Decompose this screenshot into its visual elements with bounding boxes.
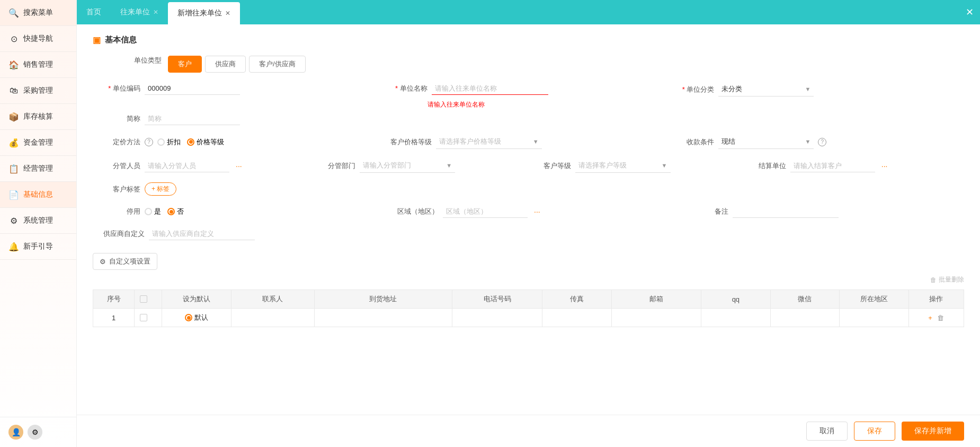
payment-terms-select[interactable]: 现结 ▼ bbox=[718, 135, 814, 149]
sidebar-item-purchase[interactable]: 🛍 采购管理 bbox=[0, 78, 76, 104]
basic-icon: 📄 bbox=[8, 189, 19, 200]
sidebar-label-guide: 新手引导 bbox=[23, 242, 53, 251]
customer-price-level-placeholder: 请选择客户价格等级 bbox=[439, 137, 501, 146]
email-input[interactable] bbox=[617, 314, 696, 322]
region-input[interactable] bbox=[443, 205, 528, 218]
radio-discount[interactable]: 折扣 bbox=[157, 137, 181, 147]
region-table-input[interactable] bbox=[845, 314, 903, 322]
unit-btn-both[interactable]: 客户/供应商 bbox=[249, 56, 306, 73]
section-icon: ▣ bbox=[93, 35, 101, 45]
save-button[interactable]: 保存 bbox=[854, 422, 895, 441]
region-more-icon[interactable]: ··· bbox=[532, 207, 542, 216]
tab-partners-close[interactable]: ✕ bbox=[153, 8, 158, 16]
wechat-input[interactable] bbox=[776, 314, 834, 322]
col-email: 邮箱 bbox=[611, 290, 701, 309]
remark-input[interactable] bbox=[733, 205, 839, 218]
settlement-input[interactable] bbox=[790, 160, 875, 172]
manager-more-icon[interactable]: ··· bbox=[234, 162, 244, 170]
sidebar-label-finance: 资金管理 bbox=[23, 138, 53, 147]
sidebar-label-operations: 经营管理 bbox=[23, 164, 53, 173]
supplier-custom-input[interactable] bbox=[149, 227, 255, 240]
sidebar-item-sales[interactable]: 🏠 销售管理 bbox=[0, 52, 76, 78]
cell-default: 默认 bbox=[162, 309, 231, 327]
fax-input[interactable] bbox=[548, 314, 605, 322]
cell-email[interactable] bbox=[611, 309, 701, 327]
cell-contact[interactable] bbox=[231, 309, 314, 327]
col-action: 操作 bbox=[908, 290, 964, 309]
manager-field: 分管人员 ··· bbox=[103, 160, 318, 172]
sidebar-item-quicknav[interactable]: ⊙ 快捷导航 bbox=[0, 26, 76, 52]
sidebar-item-search[interactable]: 🔍 搜索菜单 bbox=[0, 0, 76, 26]
col-fax: 传真 bbox=[542, 290, 611, 309]
unit-btn-customer[interactable]: 客户 bbox=[168, 56, 202, 73]
cell-phone[interactable] bbox=[452, 309, 542, 327]
unit-category-select[interactable]: 未分类 ▼ bbox=[718, 82, 814, 97]
settlement-more-icon[interactable]: ··· bbox=[879, 162, 890, 170]
cancel-button[interactable]: 取消 bbox=[806, 422, 848, 441]
tab-new-partner-close[interactable]: ✕ bbox=[225, 10, 230, 17]
pricing-radio-group: 折扣 价格等级 bbox=[157, 137, 224, 147]
unit-btn-supplier[interactable]: 供应商 bbox=[205, 56, 246, 73]
cell-wechat[interactable] bbox=[770, 309, 839, 327]
global-close-button[interactable]: ✕ bbox=[966, 6, 974, 18]
content-area: ▣ 基本信息 单位类型 客户 供应商 客户/供应商 单位编码 单位名称 bbox=[77, 24, 980, 415]
sidebar-item-operations[interactable]: 📋 经营管理 bbox=[0, 156, 76, 182]
pricing-help-icon[interactable]: ? bbox=[145, 138, 153, 146]
search-icon: 🔍 bbox=[8, 7, 19, 18]
gear-icon: ⚙ bbox=[100, 258, 106, 266]
batch-delete-area[interactable]: 🗑 批量删除 bbox=[93, 275, 964, 284]
tab-home[interactable]: 首页 bbox=[77, 0, 111, 24]
radio-stop-yes[interactable]: 是 bbox=[145, 207, 161, 216]
customer-price-level-field: 客户价格等级 请选择客户价格等级 ▼ bbox=[390, 135, 678, 149]
sidebar-item-guide[interactable]: 🔔 新手引导 bbox=[0, 234, 76, 260]
radio-price-level[interactable]: 价格等级 bbox=[187, 137, 224, 147]
select-all-checkbox[interactable] bbox=[140, 295, 147, 303]
manager-input[interactable] bbox=[145, 160, 229, 172]
row-manager: 分管人员 ··· 分管部门 请输入分管部门 ▼ 客户等级 请选择客户等级 ▼ 结… bbox=[103, 159, 964, 173]
qq-input[interactable] bbox=[707, 314, 764, 322]
customer-price-level-select[interactable]: 请选择客户价格等级 ▼ bbox=[436, 135, 542, 149]
cell-fax[interactable] bbox=[542, 309, 611, 327]
cell-address[interactable] bbox=[314, 309, 452, 327]
row-default-radio[interactable]: 默认 bbox=[167, 313, 225, 322]
remark-label: 备注 bbox=[691, 207, 728, 216]
default-radio-circle bbox=[185, 314, 192, 321]
delete-row-icon[interactable]: 🗑 bbox=[937, 314, 944, 322]
tab-partners[interactable]: 往来单位 ✕ bbox=[111, 0, 168, 24]
unit-type-label: 单位类型 bbox=[124, 56, 162, 65]
sidebar-item-system[interactable]: ⚙ 系统管理 bbox=[0, 208, 76, 234]
cell-seq: 1 bbox=[93, 309, 135, 327]
custom-settings-button[interactable]: ⚙ 自定义项设置 bbox=[93, 253, 157, 270]
sidebar-item-basic[interactable]: 📄 基础信息 bbox=[0, 182, 76, 208]
radio-stop-no[interactable]: 否 bbox=[167, 207, 184, 216]
payment-terms-help-icon[interactable]: ? bbox=[818, 138, 826, 146]
settlement-label: 结算单位 bbox=[749, 161, 786, 171]
sidebar: 🔍 搜索菜单 ⊙ 快捷导航 🏠 销售管理 🛍 采购管理 📦 库存核算 💰 资金管… bbox=[0, 0, 77, 447]
sidebar-label-sales: 销售管理 bbox=[23, 60, 53, 69]
tab-new-partner[interactable]: 新增往来单位 ✕ bbox=[168, 2, 240, 24]
address-input[interactable] bbox=[320, 314, 447, 322]
add-row-icon[interactable]: + bbox=[928, 314, 932, 322]
col-seq: 序号 bbox=[93, 290, 135, 309]
sidebar-item-inventory[interactable]: 📦 库存核算 bbox=[0, 104, 76, 130]
sales-icon: 🏠 bbox=[8, 59, 19, 70]
department-placeholder: 请输入分管部门 bbox=[363, 161, 444, 170]
unit-code-input[interactable] bbox=[145, 82, 240, 95]
sidebar-label-search: 搜索菜单 bbox=[23, 8, 53, 17]
cell-qq[interactable] bbox=[701, 309, 770, 327]
phone-input[interactable] bbox=[458, 314, 537, 322]
short-name-label: 简称 bbox=[103, 114, 140, 124]
department-select[interactable]: 请输入分管部门 ▼ bbox=[360, 159, 455, 173]
short-name-input[interactable] bbox=[145, 112, 240, 125]
sidebar-item-finance[interactable]: 💰 资金管理 bbox=[0, 130, 76, 156]
add-tag-button[interactable]: + 标签 bbox=[145, 182, 176, 196]
quicknav-icon: ⊙ bbox=[8, 33, 19, 44]
unit-name-input[interactable] bbox=[432, 82, 548, 95]
contact-input[interactable] bbox=[237, 314, 309, 322]
row-checkbox[interactable] bbox=[140, 314, 147, 321]
save-new-button[interactable]: 保存并新增 bbox=[902, 422, 964, 441]
cell-region[interactable] bbox=[840, 309, 908, 327]
customer-level-select[interactable]: 请选择客户等级 ▼ bbox=[575, 159, 671, 173]
radio-discount-label: 折扣 bbox=[167, 137, 181, 147]
customer-level-label: 客户等级 bbox=[534, 161, 571, 171]
